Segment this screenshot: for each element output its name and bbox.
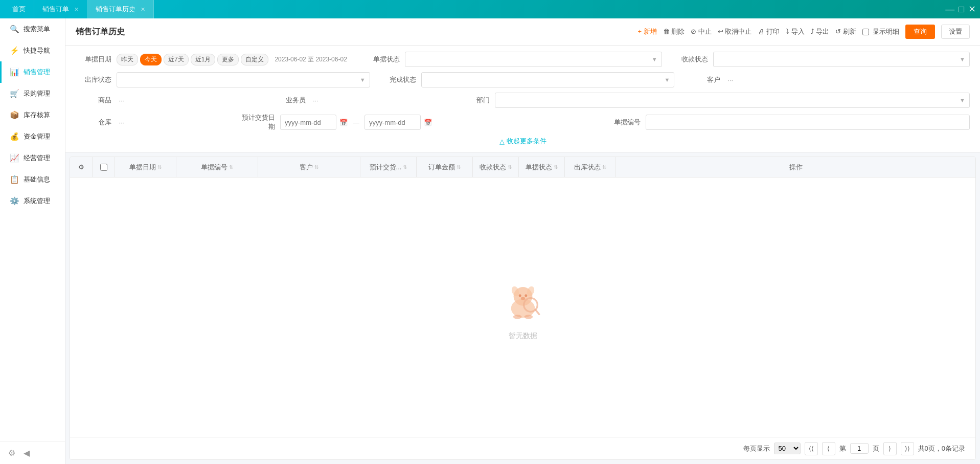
th-date[interactable]: 单据日期 ⇅ <box>115 157 176 177</box>
date-btn-more[interactable]: 更多 <box>217 54 239 65</box>
th-payment-status[interactable]: 收款状态 ⇅ <box>473 157 519 177</box>
select-all-checkbox[interactable] <box>100 164 107 171</box>
close-btn[interactable]: ✕ <box>968 5 976 14</box>
next-page-btn[interactable]: ⟩ <box>883 442 897 455</box>
prev-page-btn[interactable]: ⟨ <box>822 442 835 455</box>
collapse-btn[interactable]: △ 收起更多条件 <box>76 137 970 146</box>
payment-status-label: 收款状态 <box>672 55 713 64</box>
order-number-control <box>646 115 970 130</box>
order-status-arrow: ▼ <box>652 56 657 62</box>
date-btn-1month[interactable]: 近1月 <box>191 54 216 65</box>
date-btn-custom[interactable]: 自定义 <box>241 54 268 65</box>
th-order-status[interactable]: 单据状态 ⇅ <box>519 157 565 177</box>
complete-status-arrow: ▼ <box>664 77 670 83</box>
first-page-btn[interactable]: ⟨⟨ <box>805 442 818 455</box>
sidebar-item-search-menu[interactable]: 🔍 搜索菜单 <box>0 18 65 40</box>
delivery-date-control: 📅 — 📅 <box>280 115 605 130</box>
last-page-btn[interactable]: ⟩⟩ <box>901 442 914 455</box>
content-area: 销售订单历史 + 新增 🗑 删除 ⊘ 中止 ↩ 取消中止 🖨 打印 ⤵ 导入 ⤴… <box>65 18 980 464</box>
warehouse-status-select[interactable]: ▼ <box>117 72 370 87</box>
sidebar-item-inventory[interactable]: 📦 库存核算 <box>0 104 65 126</box>
warehouse-status-arrow: ▼ <box>360 77 366 83</box>
inventory-icon: 📦 <box>10 111 19 120</box>
query-btn[interactable]: 查询 <box>905 25 935 39</box>
minimize-btn[interactable]: — <box>945 5 954 14</box>
tab-sales-order-history-close[interactable]: ✕ <box>141 6 145 13</box>
th-wh-status[interactable]: 出库状态 ⇅ <box>565 157 616 177</box>
sidebar-item-sales-mgmt[interactable]: 📊 销售管理 <box>0 61 65 83</box>
print-btn[interactable]: 🖨 打印 <box>758 27 780 36</box>
page-size-select[interactable]: 50 10 20 100 <box>774 443 801 454</box>
delivery-date-from-calendar[interactable]: 📅 <box>339 119 348 126</box>
delete-btn[interactable]: 🗑 删除 <box>663 27 685 36</box>
cancel-stop-btn[interactable]: ↩ 取消中止 <box>718 27 752 36</box>
th-gear[interactable]: ⚙ <box>70 157 93 177</box>
warehouse-ellipsis[interactable]: ··· <box>117 119 126 126</box>
th-amount[interactable]: 订单金额 ⇅ <box>417 157 473 177</box>
th-customer[interactable]: 客户 ⇅ <box>258 157 360 177</box>
payment-status-select[interactable]: ▼ <box>713 52 970 67</box>
customer-ellipsis[interactable]: ··· <box>725 76 735 84</box>
tab-sales-order-history[interactable]: 销售订单历史 ✕ <box>87 0 154 18</box>
sidebar: 🔍 搜索菜单 ⚡ 快捷导航 📊 销售管理 🛒 采购管理 📦 库存核算 💰 资金管… <box>0 18 65 464</box>
svg-point-2 <box>518 294 521 297</box>
sidebar-item-purchase-mgmt[interactable]: 🛒 采购管理 <box>0 83 65 104</box>
table-body: 暂无数据 <box>70 178 975 437</box>
delivery-date-to-calendar[interactable]: 📅 <box>424 119 432 126</box>
maximize-btn[interactable]: □ <box>959 5 964 14</box>
sidebar-item-basic-info[interactable]: 📋 基础信息 <box>0 169 65 190</box>
settings-btn[interactable]: 设置 <box>941 25 970 39</box>
complete-status-select[interactable]: ▼ <box>421 72 675 87</box>
new-btn[interactable]: + 新增 <box>637 27 656 36</box>
page-number-input[interactable] <box>850 443 869 454</box>
delivery-date-to[interactable] <box>364 115 421 130</box>
sidebar-item-finance[interactable]: 💰 资金管理 <box>0 126 65 147</box>
tab-home[interactable]: 首页 <box>4 0 34 18</box>
delivery-date-label: 预计交货日期 <box>239 113 280 131</box>
sidebar-item-sales-mgmt-label: 销售管理 <box>24 68 50 77</box>
sidebar-item-system[interactable]: ⚙️ 系统管理 <box>0 190 65 212</box>
table-header: ⚙ 单据日期 ⇅ 单据编号 ⇅ 客户 ⇅ 预计交货... <box>70 157 975 178</box>
th-customer-label: 客户 <box>300 163 313 172</box>
display-cols-check[interactable]: 显示明细 <box>862 27 899 36</box>
salesperson-ellipsis[interactable]: ··· <box>311 97 321 104</box>
date-btn-7days[interactable]: 近7天 <box>164 54 189 65</box>
th-delivery[interactable]: 预计交货... ⇅ <box>360 157 417 177</box>
goods-ellipsis[interactable]: ··· <box>117 97 126 104</box>
sidebar-bottom: ⚙ ◀ <box>0 441 65 464</box>
order-status-select[interactable]: ▼ <box>405 52 662 67</box>
sidebar-item-quick-nav[interactable]: ⚡ 快捷导航 <box>0 40 65 61</box>
header-actions: + 新增 🗑 删除 ⊘ 中止 ↩ 取消中止 🖨 打印 ⤵ 导入 ⤴ 导出 ↺ 刷… <box>637 25 970 39</box>
th-check[interactable] <box>93 157 115 177</box>
th-order-sort: ⇅ <box>554 164 558 170</box>
customer-control: ··· <box>725 76 970 84</box>
svg-point-10 <box>524 315 533 319</box>
sidebar-collapse-icon[interactable]: ◀ <box>24 448 30 458</box>
refresh-btn[interactable]: ↺ 刷新 <box>835 27 856 36</box>
sidebar-item-quick-nav-label: 快捷导航 <box>24 46 50 55</box>
order-status-label: 单据状态 <box>364 55 405 64</box>
th-amount-sort: ⇅ <box>457 164 461 170</box>
export-btn[interactable]: ⤴ 导出 <box>811 27 830 36</box>
date-btn-today[interactable]: 今天 <box>140 54 162 65</box>
complete-status-label: 完成状态 <box>380 75 421 84</box>
display-cols-checkbox[interactable] <box>862 29 869 35</box>
import-btn[interactable]: ⤵ 导入 <box>786 27 805 36</box>
th-number[interactable]: 单据编号 ⇅ <box>176 157 258 177</box>
order-number-input[interactable] <box>646 115 970 130</box>
page-title: 销售订单历史 <box>76 27 125 37</box>
date-btn-yesterday[interactable]: 昨天 <box>117 54 138 65</box>
sidebar-item-operations[interactable]: 📈 经营管理 <box>0 147 65 169</box>
operations-icon: 📈 <box>10 153 19 163</box>
filter-row-3: 商品 ··· 业务员 ··· 部门 ▼ <box>76 93 970 108</box>
stop-btn[interactable]: ⊘ 中止 <box>691 27 712 36</box>
svg-point-3 <box>525 294 527 297</box>
sidebar-settings-icon[interactable]: ⚙ <box>8 448 15 458</box>
tab-sales-order-close[interactable]: ✕ <box>74 6 79 13</box>
goods-label: 商品 <box>76 96 117 105</box>
tab-sales-order[interactable]: 销售订单 ✕ <box>34 0 87 18</box>
th-date-label: 单据日期 <box>129 163 156 172</box>
department-select[interactable]: ▼ <box>495 93 970 108</box>
delivery-date-from[interactable] <box>280 115 336 130</box>
date-range-text: 2023-06-02 至 2023-06-02 <box>275 55 347 64</box>
